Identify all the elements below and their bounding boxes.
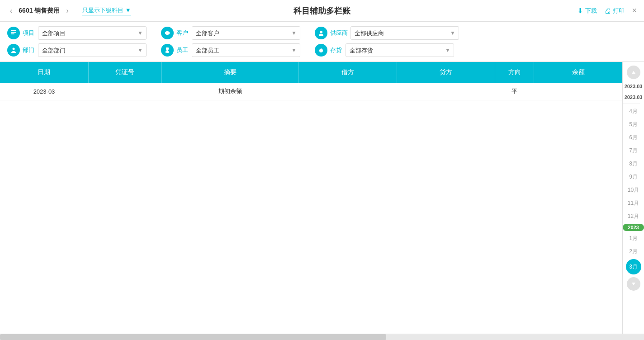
- timeline-item[interactable]: 2023: [623, 224, 644, 231]
- cell-voucher: [88, 83, 162, 100]
- main-content: 日期 凭证号 摘要 借方 贷方 方向 余额 2023-03期初余额平: [0, 62, 644, 334]
- col-header-credit: 贷方: [397, 62, 495, 83]
- scrollbar-thumb[interactable]: [0, 334, 386, 340]
- customer-filter: 客户 全部客户 ▼: [161, 26, 300, 40]
- department-label: 部门: [23, 46, 35, 54]
- svg-point-4: [13, 48, 15, 50]
- col-header-balance: 余额: [534, 62, 622, 83]
- department-select-wrapper: 全部部门 ▼: [38, 43, 147, 57]
- timeline-item[interactable]: 10月: [623, 184, 644, 197]
- timeline-item[interactable]: 2023.03: [623, 92, 644, 103]
- show-sub-label: 只显示下级科目: [82, 6, 123, 14]
- timeline-item[interactable]: 2月: [623, 245, 644, 258]
- timeline-item[interactable]: 9月: [623, 170, 644, 184]
- inventory-icon: [315, 44, 327, 57]
- table-body: 2023-03期初余额平: [0, 83, 622, 100]
- timeline-item[interactable]: 5月: [623, 118, 644, 131]
- customer-label: 客户: [176, 29, 189, 37]
- timeline-item[interactable]: 2023.03: [623, 81, 644, 92]
- col-header-voucher: 凭证号: [88, 62, 162, 83]
- svg-rect-0: [11, 30, 16, 31]
- inventory-filter: 存货 全部存货 ▼: [315, 43, 454, 57]
- customer-select-wrapper: 全部客户 ▼: [192, 26, 300, 40]
- svg-rect-2: [11, 33, 14, 34]
- svg-point-3: [320, 31, 322, 33]
- inventory-select[interactable]: 全部存货: [346, 43, 454, 57]
- print-icon: 🖨: [604, 7, 611, 14]
- col-header-date: 日期: [0, 62, 88, 83]
- table-header-row: 日期 凭证号 摘要 借方 贷方 方向 余额: [0, 62, 622, 83]
- filter-row-2: 部门 全部部门 ▼ 员工: [7, 43, 637, 57]
- timeline-item[interactable]: 7月: [623, 144, 644, 157]
- ledger-table: 日期 凭证号 摘要 借方 贷方 方向 余额 2023-03期初余额平: [0, 62, 622, 100]
- supplier-label: 供应商: [330, 29, 348, 37]
- department-icon: [7, 44, 20, 57]
- timeline-item[interactable]: 1月: [623, 232, 644, 245]
- timeline-up-button[interactable]: [627, 66, 640, 79]
- department-filter: 部门 全部部门 ▼: [7, 43, 147, 57]
- svg-rect-1: [11, 32, 16, 33]
- svg-rect-7: [166, 51, 166, 53]
- svg-rect-8: [168, 51, 169, 53]
- print-button[interactable]: 🖨 打印: [604, 7, 625, 15]
- supplier-select[interactable]: 全部供应商: [350, 26, 459, 40]
- supplier-icon: [315, 27, 327, 39]
- svg-rect-6: [166, 50, 168, 53]
- customer-icon: [161, 27, 174, 39]
- col-header-debit: 借方: [299, 62, 397, 83]
- account-code: 6601 销售费用: [19, 7, 60, 15]
- supplier-select-wrapper: 全部供应商 ▼: [350, 26, 459, 40]
- inventory-label: 存货: [330, 46, 343, 54]
- filter-row-1: 项目 全部项目 ▼ 客户 全部客户: [7, 26, 637, 40]
- project-icon: [7, 27, 20, 39]
- employee-label: 员工: [176, 46, 189, 54]
- project-select-wrapper: 全部项目 ▼: [38, 26, 147, 40]
- project-select[interactable]: 全部项目: [38, 26, 147, 40]
- timeline-down-button[interactable]: [627, 277, 640, 291]
- cell-balance: [534, 83, 622, 100]
- customer-select[interactable]: 全部客户: [192, 26, 300, 40]
- close-button[interactable]: ×: [632, 6, 637, 15]
- department-select[interactable]: 全部部门: [38, 43, 147, 57]
- show-sub-arrow: ▼: [125, 7, 131, 14]
- cell-credit: [397, 83, 495, 100]
- employee-select[interactable]: 全部员工: [192, 43, 300, 57]
- col-header-summary: 摘要: [162, 62, 299, 83]
- employee-filter: 员工 全部员工 ▼: [161, 43, 300, 57]
- title-bar: ‹ 6601 销售费用 › 只显示下级科目 ▼ 科目辅助多栏账 ⬇ 下载 🖨 打…: [0, 0, 644, 22]
- page-title: 科目辅助多栏账: [294, 5, 350, 16]
- timeline-item[interactable]: 12月: [623, 210, 644, 223]
- table-area[interactable]: 日期 凭证号 摘要 借方 贷方 方向 余额 2023-03期初余额平: [0, 62, 622, 334]
- title-bar-right: ⬇ 下载 🖨 打印 ×: [578, 6, 637, 15]
- sidebar-timeline: 2023.032023.034月5月6月7月8月9月10月11月12月20231…: [622, 62, 644, 334]
- timeline-item[interactable]: 11月: [623, 197, 644, 210]
- employee-select-wrapper: 全部员工 ▼: [192, 43, 300, 57]
- timeline-item[interactable]: 3月: [626, 259, 641, 274]
- show-sub-button[interactable]: 只显示下级科目 ▼: [82, 6, 131, 15]
- main-window: ‹ 6601 销售费用 › 只显示下级科目 ▼ 科目辅助多栏账 ⬇ 下载 🖨 打…: [0, 0, 644, 340]
- timeline-item[interactable]: 6月: [623, 131, 644, 144]
- supplier-filter: 供应商 全部供应商 ▼: [315, 26, 459, 40]
- timeline-item[interactable]: 4月: [623, 105, 644, 118]
- timeline-items-container: 2023.032023.034月5月6月7月8月9月10月11月12月20231…: [623, 81, 644, 275]
- next-nav-button[interactable]: ›: [63, 6, 71, 16]
- table-row: 2023-03期初余额平: [0, 83, 622, 100]
- cell-debit: [299, 83, 397, 100]
- scrollbar-track: [0, 334, 644, 340]
- project-filter: 项目 全部项目 ▼: [7, 26, 147, 40]
- employee-icon: [161, 44, 174, 57]
- cell-date: 2023-03: [0, 83, 88, 100]
- horizontal-scrollbar[interactable]: [0, 334, 644, 340]
- filter-bar: 项目 全部项目 ▼ 客户 全部客户: [0, 22, 644, 62]
- cell-direction: 平: [495, 83, 534, 100]
- cell-summary: 期初余额: [162, 83, 299, 100]
- project-label: 项目: [23, 29, 35, 37]
- timeline-item[interactable]: 8月: [623, 157, 644, 170]
- svg-rect-5: [166, 47, 169, 50]
- download-icon: ⬇: [578, 7, 583, 15]
- title-bar-left: ‹ 6601 销售费用 › 只显示下级科目 ▼: [7, 6, 131, 16]
- inventory-select-wrapper: 全部存货 ▼: [346, 43, 454, 57]
- prev-nav-button[interactable]: ‹: [7, 6, 15, 16]
- col-header-direction: 方向: [495, 62, 534, 83]
- download-button[interactable]: ⬇ 下载: [578, 7, 597, 15]
